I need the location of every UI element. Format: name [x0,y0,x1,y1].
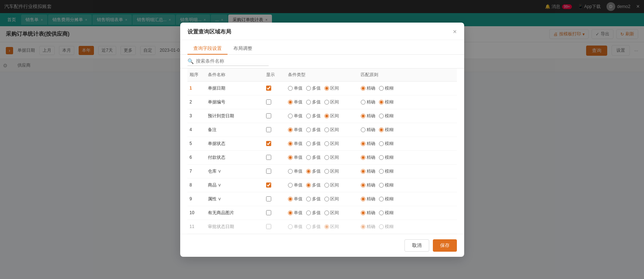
search-icon: 🔍 [187,58,194,64]
th-type: 条件类型 [286,72,359,72]
settings-dialog: 设置查询区域布局 × 查询字段设置 布局调整 🔍 顺序 条件名称 显示 条件类型… [180,23,464,72]
th-order: 顺序 [187,72,206,72]
th-show: 显示 [264,72,286,72]
dialog-header: 设置查询区域布局 × [180,23,464,40]
dialog-title: 设置查询区域布局 [187,28,231,35]
dialog-table: 顺序 条件名称 显示 条件类型 匹配原则 1 单据日期 单值 多值 区间 [180,68,464,72]
dialog-tabs: 查询字段设置 布局调整 [180,40,464,55]
dialog-close-btn[interactable]: × [453,28,457,35]
dialog-search: 🔍 [180,55,464,68]
search-underline: 🔍 [187,58,269,66]
search-input[interactable] [196,58,269,64]
tab-query-fields[interactable]: 查询字段设置 [187,43,228,55]
th-name: 条件名称 [206,72,264,72]
dt-header: 顺序 条件名称 显示 条件类型 匹配原则 [187,68,457,72]
tab-layout-adjust[interactable]: 布局调整 [228,43,258,55]
th-match: 匹配原则 [359,72,431,72]
dialog-overlay: 设置查询区域布局 × 查询字段设置 布局调整 🔍 顺序 条件名称 显示 条件类型… [0,0,644,72]
